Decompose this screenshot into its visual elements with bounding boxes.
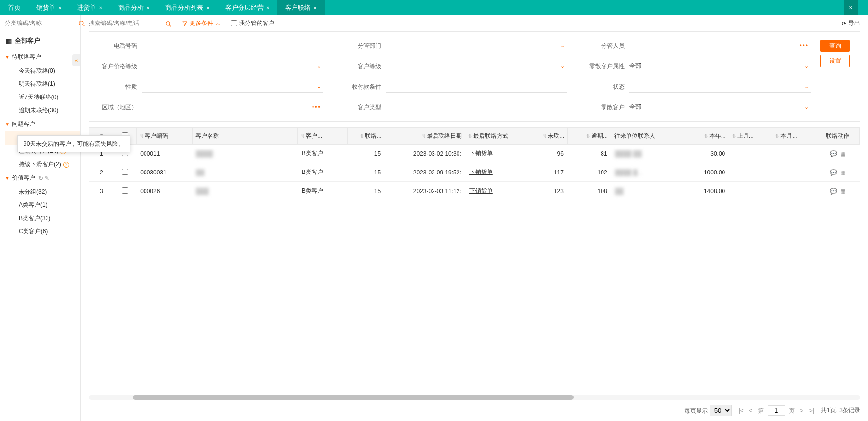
tree-item[interactable]: A类客户(1) — [5, 198, 80, 212]
search-input[interactable] — [89, 20, 165, 26]
sidebar-all-customers[interactable]: ▦ 全部客户 — [0, 31, 80, 50]
table-row[interactable]: 3000026███B类客户152023-02-03 11:12:下销货单123… — [89, 182, 860, 200]
prev-page-button[interactable]: < — [749, 407, 752, 414]
close-icon[interactable]: × — [146, 5, 149, 11]
expand-icon[interactable]: ⛶ — [858, 0, 868, 15]
tree-item[interactable]: C类客户(6) — [5, 225, 80, 238]
page-size-select[interactable]: 50 — [710, 405, 732, 416]
page-input[interactable] — [768, 405, 785, 416]
table-row[interactable]: 200030031██B类客户152023-02-09 19:52:下销货单11… — [89, 163, 860, 182]
qr-icon[interactable]: ▦ — [840, 188, 845, 195]
chevron-down-icon[interactable]: ⌄ — [317, 63, 321, 69]
sidebar-collapse-button[interactable]: « — [72, 54, 80, 66]
export-button[interactable]: ⟳ 导出 — [842, 19, 860, 27]
filter-phone[interactable] — [142, 40, 323, 51]
chat-icon[interactable]: 💬 — [830, 188, 837, 195]
settings-button[interactable]: 设置 — [820, 55, 850, 67]
tab-customer-tier[interactable]: 客户分层经营× — [217, 0, 277, 15]
col-header[interactable]: ⇅最后联络日期 — [385, 128, 465, 145]
last-page-button[interactable]: >| — [809, 407, 814, 414]
edit-icon[interactable]: ✎ — [45, 175, 49, 182]
refresh-icon[interactable]: ↻ — [38, 175, 43, 182]
col-header[interactable]: ⇅本月... — [772, 128, 816, 145]
cell-way[interactable]: 下销货单 — [465, 145, 521, 163]
row-checkbox[interactable] — [122, 169, 128, 175]
filter-scatter-cust[interactable]: 全部⌄ — [629, 101, 811, 113]
tab-customer-contact[interactable]: 客户联络× — [277, 0, 324, 15]
tree-item[interactable]: 未分组(32) — [5, 185, 80, 198]
sidebar-search-input[interactable] — [5, 20, 78, 26]
tree-item[interactable]: 近7天待联络(0) — [5, 91, 80, 104]
filter-person[interactable]: ••• — [629, 40, 811, 51]
close-all-tabs-button[interactable]: × — [844, 0, 858, 15]
col-header[interactable]: ⇅联络... — [347, 128, 385, 145]
chat-icon[interactable]: 💬 — [830, 169, 837, 176]
cell-date: 2023-02-03 11:12: — [385, 182, 465, 200]
tab-sales[interactable]: 销货单× — [28, 0, 69, 15]
tree-group-problem[interactable]: ▼问题客户 — [5, 117, 80, 131]
cell-way[interactable]: 下销货单 — [465, 163, 521, 182]
chevron-down-icon[interactable]: ⌄ — [317, 83, 321, 90]
cell-way[interactable]: 下销货单 — [465, 182, 521, 200]
col-header[interactable]: ⇅客户编码 — [136, 128, 192, 145]
col-header[interactable]: 往来单位联系人 — [611, 128, 679, 145]
row-index: 2 — [89, 163, 114, 182]
close-icon[interactable]: × — [313, 5, 316, 11]
more-filters-button[interactable]: 更多条件 ︿ — [182, 19, 221, 27]
next-page-button[interactable]: > — [800, 407, 804, 414]
chevron-down-icon[interactable]: ⌄ — [804, 83, 809, 90]
filter-nature[interactable]: ⌄ — [142, 81, 323, 93]
chevron-down-icon[interactable]: ⌄ — [560, 63, 565, 69]
tree-item[interactable]: 明天待联络(1) — [5, 77, 80, 91]
col-header[interactable]: ⇅逾期... — [568, 128, 611, 145]
tab-product-analysis[interactable]: 商品分析× — [110, 0, 157, 15]
col-header[interactable]: ⇅上月... — [729, 128, 772, 145]
filter-status[interactable]: ⌄ — [629, 81, 811, 93]
col-header[interactable]: 客户名称 — [192, 128, 297, 145]
tab-product-list[interactable]: 商品分析列表× — [157, 0, 217, 15]
col-header[interactable]: ⇅未联... — [521, 128, 568, 145]
filter-price-level[interactable]: ⌄ — [142, 60, 323, 72]
col-header[interactable]: ⇅本年... — [679, 128, 729, 145]
col-header[interactable]: ⇅最后联络方式 — [465, 128, 521, 145]
more-icon[interactable]: ••• — [312, 104, 321, 111]
qr-icon[interactable]: ▦ — [840, 150, 845, 157]
horizontal-scrollbar[interactable] — [89, 395, 860, 400]
filter-cust-type[interactable] — [386, 101, 567, 113]
tree-group-pending[interactable]: ▼待联络客户 — [5, 50, 80, 64]
filter-cust-level[interactable]: ⌄ — [386, 60, 567, 72]
col-header[interactable]: ⇅客户... — [298, 128, 347, 145]
close-icon[interactable]: × — [206, 5, 209, 11]
cell-code: 000026 — [136, 182, 192, 200]
tab-purchase[interactable]: 进货单× — [69, 0, 110, 15]
tree-item[interactable]: 今天待联络(0) — [5, 64, 80, 77]
search-icon[interactable] — [78, 19, 85, 27]
tree-group-value[interactable]: ▼价值客户↻ ✎ — [5, 171, 80, 185]
chevron-down-icon[interactable]: ⌄ — [804, 104, 809, 110]
row-checkbox[interactable] — [122, 187, 128, 194]
tree-item[interactable]: B类客户(33) — [5, 212, 80, 225]
close-icon[interactable]: × — [266, 5, 269, 11]
tree-item[interactable]: 逾期未联络(30) — [5, 104, 80, 117]
tab-home[interactable]: 首页 — [0, 0, 28, 15]
search-icon[interactable] — [165, 19, 172, 27]
my-customers-checkbox[interactable]: 我分管的客户 — [231, 19, 274, 27]
table-row[interactable]: 1000011████B类客户152023-03-02 10:30:下销货单96… — [89, 145, 860, 163]
tree-item[interactable]: 持续下滑客户(2)? — [5, 158, 80, 171]
chevron-down-icon[interactable]: ⌄ — [560, 42, 565, 49]
help-icon[interactable]: ? — [63, 162, 69, 168]
close-icon[interactable]: × — [99, 5, 102, 11]
filter-scatter-attr[interactable]: 全部⌄ — [629, 60, 811, 72]
filter-dept[interactable]: ⌄ — [386, 40, 567, 51]
more-icon[interactable]: ••• — [799, 42, 809, 49]
svg-point-2 — [166, 21, 170, 25]
close-icon[interactable]: × — [58, 5, 61, 11]
filter-payment[interactable] — [386, 81, 567, 93]
chat-icon[interactable]: 💬 — [830, 150, 837, 157]
chevron-down-icon[interactable]: ⌄ — [804, 63, 809, 69]
first-page-button[interactable]: |< — [739, 407, 744, 414]
filter-region[interactable]: ••• — [142, 101, 323, 113]
qr-icon[interactable]: ▦ — [840, 169, 845, 176]
query-button[interactable]: 查询 — [820, 40, 850, 52]
checkbox[interactable] — [231, 20, 237, 26]
